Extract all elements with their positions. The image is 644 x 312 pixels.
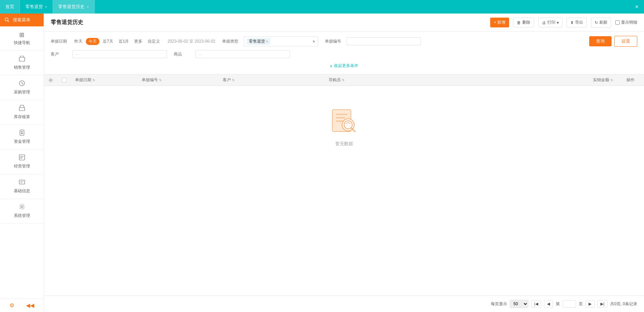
refresh-icon: ↻: [595, 20, 598, 25]
show-detail-checkbox[interactable]: [615, 20, 620, 25]
svg-point-9: [21, 206, 23, 208]
first-page-button[interactable]: |◀: [531, 300, 541, 308]
table-area: 单据日期 ⇅ 单据编号 ⇅ 客户 ⇅ 导购员 ⇅ 实销金额: [44, 74, 644, 295]
th-guide: 导购员 ⇅: [325, 77, 406, 83]
bill-type-dropdown-icon: ▾: [313, 39, 315, 44]
sidebar-item-inventory[interactable]: 库存核算: [0, 100, 44, 125]
last-page-button[interactable]: ▶|: [597, 300, 607, 308]
th-actual-amount-label: 实销金额: [593, 77, 609, 83]
th-settings[interactable]: [44, 78, 57, 83]
finance-icon: [19, 130, 25, 137]
sidebar-item-basic-info-label: 基础信息: [14, 188, 30, 194]
goods-input[interactable]: ···: [195, 50, 290, 58]
th-customer-sort[interactable]: ⇅: [232, 78, 235, 82]
sidebar-item-finance[interactable]: 资金管理: [0, 125, 44, 150]
th-bill-num-sort[interactable]: ⇅: [159, 78, 162, 82]
print-button[interactable]: 🖨 打印 ▾: [538, 18, 563, 27]
sidebar-item-quick-nav[interactable]: ⊞ 快捷导航: [0, 26, 44, 51]
svg-point-10: [50, 79, 52, 81]
filter-bill-num: 单据编号: [325, 37, 421, 45]
sidebar-item-operations[interactable]: 经营管理: [0, 150, 44, 174]
per-page-label: 每页显示: [491, 301, 507, 307]
search-icon: [4, 17, 10, 23]
sidebar-item-inventory-label: 库存核算: [14, 114, 30, 120]
tab-home-label: 首页: [5, 4, 14, 10]
sidebar-items: ⊞ 快捷导航 销售管理 采购管理: [0, 26, 44, 298]
th-actual-amount-sort[interactable]: ⇅: [610, 78, 613, 82]
svg-rect-2: [19, 57, 25, 61]
export-button[interactable]: ⬆ 导出: [567, 18, 587, 27]
new-button[interactable]: + 新增: [490, 18, 509, 27]
svg-rect-8: [19, 180, 25, 184]
pagination: 每页显示 50 100 200 |◀ ◀ 第 1 页 ▶ ▶| 共0页, 0条记…: [44, 295, 644, 312]
bill-num-input[interactable]: [347, 37, 421, 45]
page-header: 零售退货历史 + 新增 🗑 删除 🖨 打印 ▾ ⬆ 导出 ↻: [44, 14, 644, 32]
select-all-checkbox[interactable]: [62, 78, 67, 83]
svg-point-6: [21, 133, 23, 134]
svg-rect-4: [19, 108, 25, 111]
tab-retail-return-label: 零售退货: [25, 4, 43, 10]
operations-icon: [19, 154, 25, 162]
th-bill-num-label: 单据编号: [142, 77, 158, 83]
customer-input[interactable]: ···: [72, 50, 167, 58]
tab-retail-return-history[interactable]: 零售退货历史 ×: [53, 0, 94, 14]
window-close-button[interactable]: ×: [635, 3, 639, 10]
date-btn-today[interactable]: 今天: [86, 38, 99, 45]
filter-goods: 商品 ···: [174, 50, 290, 58]
date-btn-more[interactable]: 更多: [132, 38, 144, 45]
query-button[interactable]: 查询: [589, 36, 612, 46]
th-bill-date-sort[interactable]: ⇅: [92, 78, 95, 82]
per-page-select[interactable]: 50 100 200: [510, 300, 528, 308]
bill-num-label: 单据编号: [325, 39, 344, 44]
tab-retail-return-history-label: 零售退货历史: [58, 4, 85, 10]
tab-home[interactable]: 首页: [0, 0, 20, 14]
date-btn-yesterday[interactable]: 昨天: [72, 38, 85, 45]
sidebar-item-purchase-mgmt[interactable]: 采购管理: [0, 75, 44, 100]
goods-label: 商品: [174, 51, 193, 57]
top-bar: 首页 零售退货 × 零售退货历史 × ×: [0, 0, 644, 14]
refresh-button[interactable]: ↻ 刷新: [591, 18, 611, 27]
set-button[interactable]: 设置: [614, 36, 637, 47]
page-input[interactable]: 1: [563, 300, 576, 308]
tab-retail-return[interactable]: 零售退货 ×: [20, 0, 53, 14]
search-menu-label: 搜索菜单: [13, 17, 30, 23]
collapse-row: ∧ 收起更多条件: [51, 62, 637, 70]
empty-icon: [327, 106, 361, 137]
svg-point-0: [5, 18, 8, 21]
bill-type-select[interactable]: 零售退货 × ▾: [244, 37, 318, 46]
delete-button[interactable]: 🗑 删除: [513, 18, 534, 27]
th-guide-sort[interactable]: ⇅: [342, 78, 344, 82]
date-btn-custom[interactable]: 自定义: [146, 38, 162, 45]
date-range-display: 2023-06-02 至 2023-06-02: [167, 39, 215, 44]
date-btn-7days[interactable]: 近7天: [101, 38, 115, 45]
filter-bill-type: 单据类型 零售退货 × ▾: [222, 37, 318, 46]
delete-icon: 🗑: [517, 20, 521, 25]
volume-icon[interactable]: ◀◀: [26, 302, 34, 309]
bill-type-tag-text: 零售退货: [249, 39, 265, 44]
search-menu-button[interactable]: 搜索菜单: [0, 14, 44, 26]
collapse-button[interactable]: ∧ 收起更多条件: [328, 62, 360, 70]
th-ops: 操作: [617, 77, 644, 83]
collapse-up-icon: ∧: [330, 64, 333, 68]
sidebar-item-finance-label: 资金管理: [14, 139, 30, 144]
date-btn-1month[interactable]: 近1月: [117, 38, 131, 45]
sidebar-item-system-mgmt[interactable]: 系统管理: [0, 199, 44, 224]
gear-icon[interactable]: ⚙: [9, 302, 14, 309]
sidebar-item-basic-info[interactable]: 基础信息: [0, 174, 44, 199]
th-customer-label: 客户: [223, 77, 231, 83]
svg-line-1: [8, 21, 9, 22]
sidebar-item-sales-mgmt[interactable]: 销售管理: [0, 51, 44, 75]
th-ops-label: 操作: [626, 77, 635, 83]
prev-page-button[interactable]: ◀: [544, 300, 553, 308]
date-quick-btns: 昨天 今天 近7天 近1月 更多 自定义: [72, 38, 162, 45]
next-page-button[interactable]: ▶: [586, 300, 595, 308]
tab-retail-return-history-close[interactable]: ×: [87, 5, 89, 9]
print-icon: 🖨: [542, 20, 546, 25]
th-checkbox[interactable]: [57, 78, 71, 83]
th-bill-date-label: 单据日期: [75, 77, 91, 83]
sidebar-bottom: ⚙ ◀◀: [0, 298, 44, 312]
filter-bill-date: 单据日期 昨天 今天 近7天 近1月 更多 自定义 2023-06-02 至 2…: [51, 38, 215, 45]
bill-type-tag-close[interactable]: ×: [266, 39, 268, 43]
tab-retail-return-close[interactable]: ×: [45, 5, 47, 9]
sidebar-item-purchase-mgmt-label: 采购管理: [14, 89, 30, 95]
